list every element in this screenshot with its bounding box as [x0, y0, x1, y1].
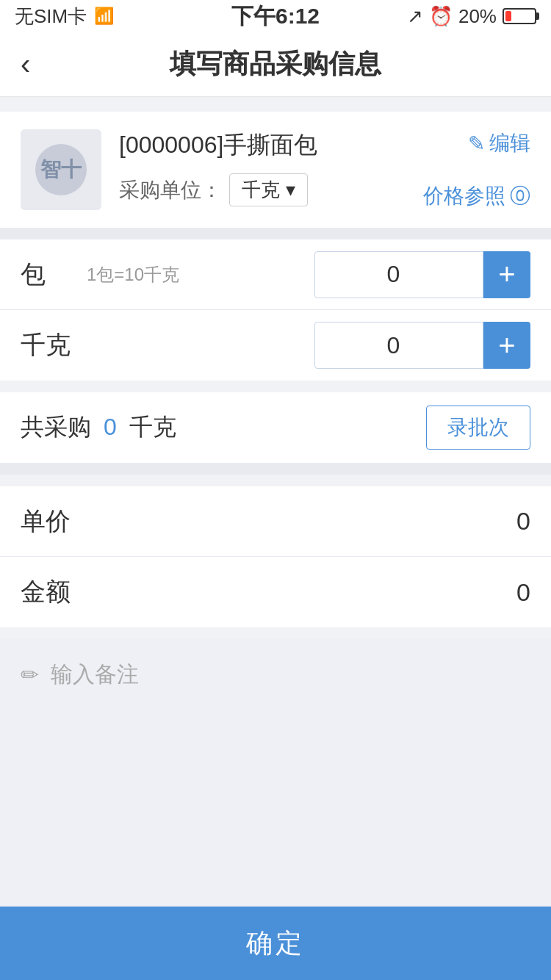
product-card: 智十 [0000006]手撕面包 采购单位： 千克 ▾ ✎ 编辑 价格参照 ⓪ [0, 112, 551, 228]
divider-2 [0, 463, 551, 475]
amount-value: 0 [516, 578, 530, 607]
divider-1 [0, 228, 551, 239]
carrier-text: 无SIM卡 [15, 4, 87, 29]
remark-placeholder: 输入备注 [51, 660, 139, 690]
summary-text: 共采购 0 千克 [21, 411, 176, 444]
battery-fill [505, 11, 511, 21]
kg-label: 千克 [21, 328, 79, 362]
remark-icon: ✏ [21, 662, 39, 688]
unit-price-value: 0 [516, 507, 530, 536]
package-input-group: + [314, 251, 530, 298]
unit-price-row: 单价 0 [0, 486, 551, 557]
status-left: 无SIM卡 📶 [15, 4, 114, 29]
status-right: ↗ ⏰ 20% [407, 5, 536, 28]
location-icon: ↗ [407, 5, 423, 28]
unit-dropdown-icon: ▾ [286, 179, 295, 201]
remark-section[interactable]: ✏ 输入备注 [0, 639, 551, 710]
summary-amount: 0 [104, 414, 117, 440]
nav-bar: ‹ 填写商品采购信息 [0, 32, 551, 97]
product-logo: 智十 [35, 144, 87, 195]
package-quantity-input[interactable] [314, 251, 483, 298]
summary-row: 共采购 0 千克 录批次 [0, 392, 551, 463]
input-section: 包 1包=10千克 + 千克 + [0, 239, 551, 381]
status-bar: 无SIM卡 📶 下午6:12 ↗ ⏰ 20% [0, 0, 551, 32]
package-plus-button[interactable]: + [483, 251, 530, 298]
kg-row: 千克 + [0, 310, 551, 381]
page-title: 填写商品采购信息 [170, 46, 381, 82]
kg-plus-button[interactable]: + [483, 322, 530, 369]
unit-label: 采购单位： [119, 176, 222, 204]
battery-bar [503, 8, 536, 24]
amount-row: 金额 0 [0, 557, 551, 627]
alarm-icon: ⏰ [429, 5, 453, 28]
batch-button[interactable]: 录批次 [426, 406, 530, 450]
status-time: 下午6:12 [231, 1, 320, 32]
confirm-button[interactable]: 确定 [0, 907, 551, 980]
edit-label: 编辑 [489, 129, 530, 157]
product-image: 智十 [21, 129, 101, 210]
price-ref-button[interactable]: 价格参照 ⓪ [423, 182, 530, 210]
package-sub-label: 1包=10千克 [87, 263, 179, 287]
unit-select[interactable]: 千克 ▾ [229, 173, 308, 206]
price-info-section: 单价 0 金额 0 [0, 486, 551, 627]
back-button[interactable]: ‹ [21, 48, 30, 81]
kg-input-group: + [314, 322, 530, 369]
edit-icon: ✎ [468, 131, 485, 156]
package-row: 包 1包=10千克 + [0, 239, 551, 310]
content-area [0, 710, 551, 931]
package-label: 包 [21, 258, 79, 292]
edit-button[interactable]: ✎ 编辑 [468, 129, 530, 157]
amount-label: 金额 [21, 575, 71, 609]
wifi-icon: 📶 [94, 7, 114, 26]
unit-value: 千克 [242, 177, 280, 203]
price-ref-label: 价格参照 [423, 182, 505, 210]
battery-text: 20% [458, 5, 497, 28]
help-icon: ⓪ [510, 182, 530, 210]
kg-quantity-input[interactable] [314, 322, 483, 369]
unit-price-label: 单价 [21, 505, 71, 538]
